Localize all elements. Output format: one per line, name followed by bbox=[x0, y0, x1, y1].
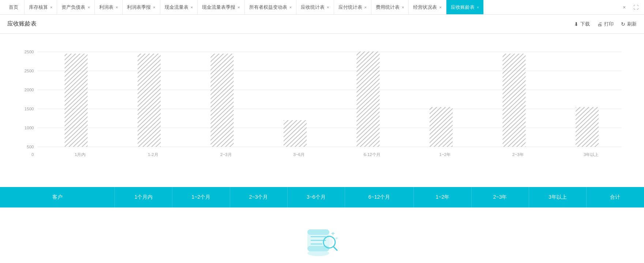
chart-area: 2500 2500 2000 1500 1000 500 0 1月内 1-2月 bbox=[0, 34, 644, 187]
svg-text:2000: 2000 bbox=[25, 88, 34, 92]
refresh-button[interactable]: ↻ 刷新 bbox=[621, 21, 637, 27]
tab-operations[interactable]: 经营状况表 × bbox=[409, 0, 446, 15]
svg-text:500: 500 bbox=[27, 145, 34, 149]
svg-line-31 bbox=[333, 247, 337, 250]
bar-3plus-year bbox=[576, 107, 599, 147]
svg-text:3年以上: 3年以上 bbox=[584, 152, 598, 157]
table-header: 客户 1个月内 1~2个月 2~3个月 3~6个月 6~12个月 1~2年 2~… bbox=[0, 187, 644, 207]
tab-ar-aging[interactable]: 应收账龄表 × bbox=[446, 0, 484, 15]
col-6-12month: 6~12个月 bbox=[345, 187, 414, 207]
refresh-icon: ↻ bbox=[621, 21, 625, 27]
tab-expense-stat[interactable]: 费用统计表 × bbox=[371, 0, 409, 15]
tab-balance-sheet[interactable]: 资产负债表 × bbox=[57, 0, 94, 15]
tab-inventory-close[interactable]: × bbox=[50, 5, 52, 9]
tab-cashflow-quarterly[interactable]: 现金流量表季报 × bbox=[198, 0, 244, 15]
tab-cashflow-quarterly-close[interactable]: × bbox=[237, 5, 240, 9]
bar-2-3month bbox=[211, 54, 234, 147]
svg-text:2~3年: 2~3年 bbox=[512, 152, 524, 157]
print-icon: 🖨 bbox=[597, 21, 602, 27]
col-1month: 1个月内 bbox=[115, 187, 172, 207]
svg-point-30 bbox=[326, 239, 333, 246]
tab-equity-label: 所有者权益变动表 bbox=[249, 4, 287, 11]
col-3plus-year: 3年以上 bbox=[529, 187, 587, 207]
tab-ap-stat[interactable]: 应付统计表 × bbox=[334, 0, 371, 15]
col-1-2month: 1~2个月 bbox=[172, 187, 230, 207]
svg-text:3~6月: 3~6月 bbox=[293, 152, 305, 157]
bar-6-12month bbox=[357, 52, 380, 147]
bar-1-2month bbox=[138, 54, 161, 147]
empty-illustration bbox=[302, 222, 342, 260]
bar-3-6month bbox=[284, 120, 307, 147]
window-close-button[interactable]: × bbox=[619, 2, 629, 12]
print-label: 打印 bbox=[604, 21, 614, 27]
empty-icon bbox=[302, 222, 342, 259]
header-actions: ⬇ 下载 🖨 打印 ↻ 刷新 bbox=[574, 21, 637, 27]
tab-inventory[interactable]: 库存核算 × bbox=[25, 0, 57, 15]
tab-income-quarterly-close[interactable]: × bbox=[153, 5, 155, 9]
svg-text:1500: 1500 bbox=[25, 107, 34, 111]
tab-balance-sheet-label: 资产负债表 bbox=[61, 4, 85, 11]
col-2-3year: 2~3年 bbox=[472, 187, 529, 207]
window-maximize-button[interactable]: ⛶ bbox=[631, 2, 641, 12]
tab-ar-stat-label: 应收统计表 bbox=[301, 4, 325, 11]
bar-1month bbox=[65, 54, 88, 147]
tab-equity-close[interactable]: × bbox=[289, 5, 292, 9]
tab-income-close[interactable]: × bbox=[116, 5, 118, 9]
col-total: 合计 bbox=[587, 187, 644, 207]
svg-text:1-2月: 1-2月 bbox=[148, 152, 158, 157]
tab-cashflow-close[interactable]: × bbox=[191, 5, 193, 9]
tab-equity[interactable]: 所有者权益变动表 × bbox=[245, 0, 296, 15]
tab-ar-stat[interactable]: 应收统计表 × bbox=[296, 0, 334, 15]
download-icon: ⬇ bbox=[574, 21, 579, 27]
svg-text:2~3月: 2~3月 bbox=[220, 152, 232, 157]
download-button[interactable]: ⬇ 下载 bbox=[574, 21, 590, 27]
tab-income-quarterly-label: 利润表季报 bbox=[127, 4, 151, 11]
tab-cashflow-quarterly-label: 现金流量表季报 bbox=[202, 4, 235, 11]
empty-state bbox=[0, 207, 644, 263]
col-1-2year: 1~2年 bbox=[414, 187, 471, 207]
tab-expense-stat-label: 费用统计表 bbox=[376, 4, 400, 11]
tab-ar-aging-close[interactable]: × bbox=[477, 5, 479, 9]
col-2-3month: 2~3个月 bbox=[230, 187, 288, 207]
svg-text:1~2年: 1~2年 bbox=[439, 152, 451, 157]
svg-text:2500: 2500 bbox=[25, 50, 34, 54]
svg-text:6-12个月: 6-12个月 bbox=[364, 152, 381, 157]
page-header: 应收账龄表 ⬇ 下载 🖨 打印 ↻ 刷新 bbox=[0, 15, 644, 34]
tab-ap-stat-close[interactable]: × bbox=[364, 5, 367, 9]
tab-income-quarterly[interactable]: 利润表季报 × bbox=[123, 0, 160, 15]
bar-2-3year bbox=[503, 54, 526, 147]
print-button[interactable]: 🖨 打印 bbox=[597, 21, 614, 27]
tab-inventory-label: 库存核算 bbox=[29, 4, 48, 11]
svg-text:2500: 2500 bbox=[25, 69, 34, 73]
bar-chart: 2500 2500 2000 1500 1000 500 0 1月内 1-2月 bbox=[15, 41, 629, 165]
svg-rect-24 bbox=[307, 229, 329, 235]
bar-1-2year bbox=[430, 107, 453, 147]
tab-expense-stat-close[interactable]: × bbox=[402, 5, 404, 9]
tab-income[interactable]: 利润表 × bbox=[95, 0, 123, 15]
tab-ar-aging-label: 应收账龄表 bbox=[451, 4, 475, 11]
svg-text:1月内: 1月内 bbox=[75, 152, 85, 157]
tab-bar: 首页 库存核算 × 资产负债表 × 利润表 × 利润表季报 × 现金流量表 × … bbox=[0, 0, 644, 15]
home-label: 首页 bbox=[9, 4, 18, 11]
tab-ap-stat-label: 应付统计表 bbox=[338, 4, 362, 11]
tab-income-label: 利润表 bbox=[99, 4, 113, 11]
col-3-6month: 3~6个月 bbox=[288, 187, 345, 207]
main-content: 2500 2500 2000 1500 1000 500 0 1月内 1-2月 bbox=[0, 34, 644, 263]
download-label: 下载 bbox=[580, 21, 590, 27]
tab-ar-stat-close[interactable]: × bbox=[327, 5, 329, 9]
tab-operations-label: 经营状况表 bbox=[413, 4, 437, 11]
svg-text:0: 0 bbox=[31, 152, 34, 157]
col-customer: 客户 bbox=[0, 187, 115, 207]
refresh-label: 刷新 bbox=[627, 21, 637, 27]
svg-text:1000: 1000 bbox=[25, 126, 34, 130]
tab-cashflow[interactable]: 现金流量表 × bbox=[160, 0, 198, 15]
tab-operations-close[interactable]: × bbox=[439, 5, 441, 9]
tab-cashflow-label: 现金流量表 bbox=[165, 4, 188, 11]
page-title: 应收账龄表 bbox=[7, 20, 574, 28]
tab-balance-sheet-close[interactable]: × bbox=[87, 5, 90, 9]
window-controls: × ⛶ bbox=[619, 2, 641, 12]
tab-home[interactable]: 首页 bbox=[3, 0, 25, 15]
